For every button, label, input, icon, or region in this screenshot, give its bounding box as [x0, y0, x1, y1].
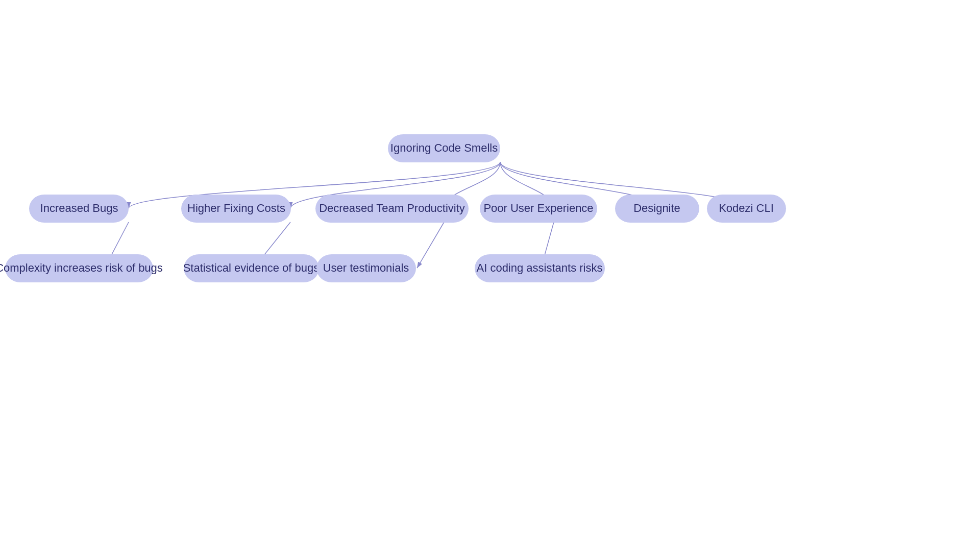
mind-map-diagram: Ignoring Code Smells Increased Bugs High…: [0, 0, 980, 553]
statistical-evidence-label: Statistical evidence of bugs: [183, 261, 320, 274]
poor-ux-label: Poor User Experience: [483, 202, 593, 214]
kodezi-cli-label: Kodezi CLI: [719, 202, 774, 214]
increased-bugs-label: Increased Bugs: [40, 202, 118, 214]
ai-risks-label: AI coding assistants risks: [477, 261, 603, 274]
user-testimonials-label: User testimonials: [323, 261, 409, 274]
complexity-risk-label: Complexity increases risk of bugs: [0, 261, 163, 274]
decreased-productivity-label: Decreased Team Productivity: [319, 202, 465, 214]
designite-label: Designite: [633, 202, 680, 214]
higher-fixing-costs-label: Higher Fixing Costs: [187, 202, 285, 214]
root-node-label: Ignoring Code Smells: [390, 141, 498, 154]
connector-productivity-testimonials: [417, 222, 444, 268]
